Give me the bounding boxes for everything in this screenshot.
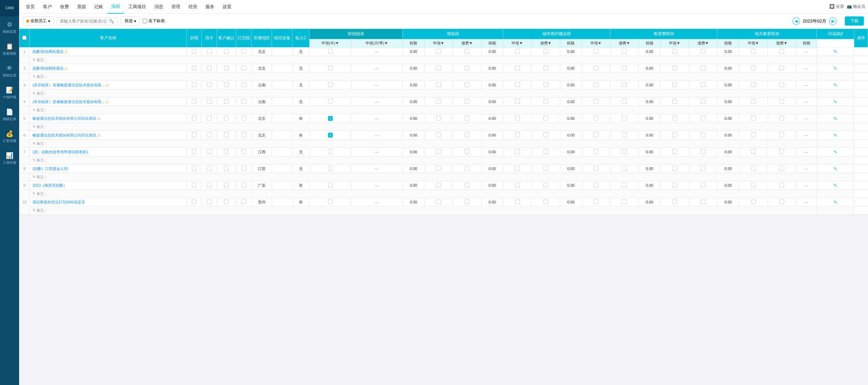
local-pay-checkbox[interactable] [701,99,706,104]
paid-tax-checkbox[interactable] [241,132,246,137]
stamp-pay-checkbox[interactable] [779,99,784,104]
nav-settings[interactable]: 设置 [218,0,236,14]
vat-pay-checkbox[interactable] [465,116,469,120]
stamp-declare-checkbox[interactable] [751,166,756,171]
stamp-declare-checkbox[interactable] [751,199,756,204]
stamp-declare-checkbox[interactable] [751,183,756,187]
local-pay-checkbox[interactable] [701,199,706,204]
sub-vat-pay[interactable]: 缴费▼ [453,39,481,47]
clear-card-checkbox[interactable] [207,149,212,154]
city-declare-checkbox[interactable] [515,99,520,104]
local-declare-checkbox[interactable] [672,66,677,70]
vat-declare-checkbox[interactable] [436,149,441,154]
sidebar-item-tax-overview[interactable]: 👁 报税总览 [0,60,19,82]
select-all-checkbox[interactable] [22,35,27,40]
vat-pay-checkbox[interactable] [465,49,469,54]
fullscreen-btn[interactable]: 🔲 全屏 [829,4,844,10]
employee-filter[interactable]: 全部员工 ▾ [23,16,54,26]
unchecked-checkbox[interactable] [328,149,333,154]
edu-declare-checkbox[interactable] [594,116,598,120]
sidebar-item-personal-tax[interactable]: 📝 个税申报 [0,82,19,104]
prev-month-button[interactable]: ◀ [793,17,800,25]
sub-stamp-pay[interactable]: 缴费▼ [768,39,796,47]
city-pay-checkbox[interactable] [543,116,548,120]
clear-card-checkbox[interactable] [207,49,212,54]
edu-declare-checkbox[interactable] [594,199,598,204]
clear-card-checkbox[interactable] [207,183,212,187]
paid-tax-checkbox[interactable] [241,166,246,171]
local-declare-checkbox[interactable] [672,116,677,120]
city-declare-checkbox[interactable] [515,166,520,171]
sub-local-declare[interactable]: 申报▼ [660,39,689,47]
sub-monthly-report[interactable]: 申报(月/季)▼ [351,39,402,47]
clear-card-checkbox[interactable] [207,66,212,70]
edit-icon[interactable]: ✎ [834,49,837,54]
local-declare-checkbox[interactable] [672,49,677,54]
local-pay-checkbox[interactable] [701,82,706,87]
client-confirm-checkbox[interactable] [224,149,229,154]
local-declare-checkbox[interactable] [672,166,677,171]
vat-declare-checkbox[interactable] [436,166,441,171]
vat-declare-checkbox[interactable] [436,82,441,87]
stamp-pay-checkbox[interactable] [779,116,784,120]
paid-tax-checkbox[interactable] [241,149,246,154]
copy-tax-checkbox[interactable] [192,199,197,204]
clear-card-checkbox[interactable] [207,116,212,120]
stamp-pay-checkbox[interactable] [779,49,784,54]
edu-declare-checkbox[interactable] [594,49,598,54]
edu-pay-checkbox[interactable] [622,183,627,187]
city-declare-checkbox[interactable] [515,132,520,137]
edit-icon[interactable]: ✎ [834,200,837,205]
edu-declare-checkbox[interactable] [594,183,598,187]
sub-local-pay[interactable]: 缴费▼ [689,39,717,47]
nav-accounting[interactable]: 记账 [90,0,107,14]
vat-pay-checkbox[interactable] [465,132,469,137]
vat-pay-checkbox[interactable] [465,82,469,87]
local-declare-checkbox[interactable] [672,82,677,87]
local-declare-checkbox[interactable] [672,149,677,154]
copy-tax-checkbox[interactable] [192,166,197,171]
nav-operation[interactable]: 经营 [184,0,201,14]
edu-pay-checkbox[interactable] [622,82,627,87]
search-input[interactable] [60,19,108,24]
unchecked-checkbox[interactable] [328,82,333,87]
local-pay-checkbox[interactable] [701,149,706,154]
vat-declare-checkbox[interactable] [436,183,441,187]
stamp-declare-checkbox[interactable] [751,149,756,154]
nav-tax[interactable]: 报税 [107,0,124,14]
vip-btn[interactable]: 📺 畅会员 [847,4,865,10]
edit-icon[interactable]: ✎ [834,166,837,171]
unchecked-checkbox[interactable] [328,49,333,54]
name-table-checkbox-label[interactable]: 名下标表 [143,18,165,24]
local-pay-checkbox[interactable] [701,66,706,70]
paid-tax-checkbox[interactable] [241,183,246,187]
checked-checkbox[interactable]: ✓ [328,133,333,138]
edit-icon[interactable]: ✎ [834,149,837,155]
sidebar-item-annual-report[interactable]: 📊 工商年报 [0,147,19,169]
stamp-declare-checkbox[interactable] [751,116,756,120]
city-pay-checkbox[interactable] [543,132,548,137]
clear-card-checkbox[interactable] [207,82,212,87]
stamp-pay-checkbox[interactable] [779,183,784,187]
client-confirm-checkbox[interactable] [224,99,229,104]
edu-pay-checkbox[interactable] [622,49,627,54]
stamp-declare-checkbox[interactable] [751,99,756,104]
paid-tax-checkbox[interactable] [241,99,246,104]
nav-billing[interactable]: 收费 [56,0,73,14]
stamp-declare-checkbox[interactable] [751,49,756,54]
filter-button[interactable]: 筛选 ▾ [121,16,140,26]
nav-service[interactable]: 服务 [201,0,218,14]
sidebar-item-tax-settings[interactable]: ⚙ 报税设置 [0,16,19,38]
copy-tax-checkbox[interactable] [192,183,197,187]
stamp-pay-checkbox[interactable] [779,166,784,171]
stamp-declare-checkbox[interactable] [751,82,756,87]
local-declare-checkbox[interactable] [672,199,677,204]
sidebar-item-annual-settle[interactable]: 💰 汇算清缴 [0,126,19,147]
vat-pay-checkbox[interactable] [465,199,469,204]
vat-declare-checkbox[interactable] [436,49,441,54]
unchecked-checkbox[interactable] [328,199,333,204]
local-pay-checkbox[interactable] [701,132,706,137]
stamp-declare-checkbox[interactable] [751,66,756,70]
client-confirm-checkbox[interactable] [224,49,229,54]
stamp-pay-checkbox[interactable] [779,199,784,204]
